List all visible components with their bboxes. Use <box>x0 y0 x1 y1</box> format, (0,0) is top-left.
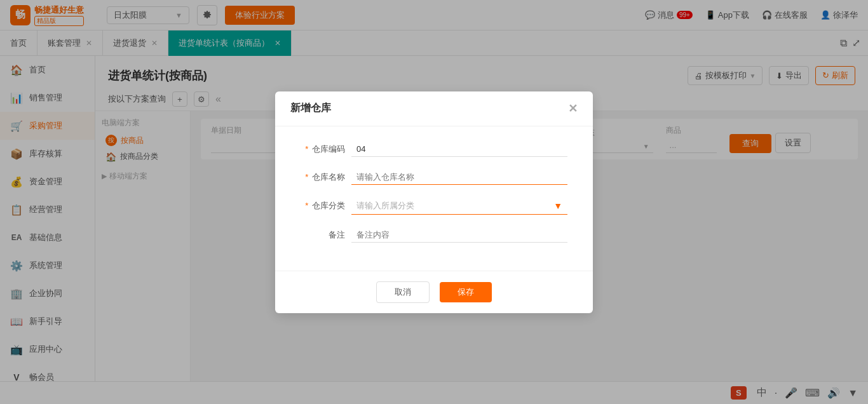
form-row-name: * 仓库名称 <box>301 170 567 185</box>
cancel-button[interactable]: 取消 <box>376 281 430 303</box>
code-label: * 仓库编码 <box>301 144 351 155</box>
modal-overlay: 新增仓库 ✕ * 仓库编码 * 仓库名称 <box>0 0 868 404</box>
name-required-star: * <box>305 172 308 182</box>
modal-title: 新增仓库 <box>290 102 331 115</box>
save-button[interactable]: 保存 <box>440 282 492 302</box>
code-required-star: * <box>305 144 308 154</box>
form-row-category: * 仓库分类 请输入所属分类 ▼ <box>301 198 567 215</box>
form-row-code: * 仓库编码 <box>301 142 567 157</box>
warehouse-remark-input[interactable] <box>351 227 567 243</box>
category-label: * 仓库分类 <box>301 200 351 212</box>
warehouse-category-select[interactable]: 请输入所属分类 ▼ <box>351 198 567 215</box>
modal-body: * 仓库编码 * 仓库名称 * 仓库分类 请输入所属 <box>275 126 593 271</box>
modal-close-button[interactable]: ✕ <box>568 102 578 116</box>
warehouse-name-input[interactable] <box>351 170 567 185</box>
form-row-remark: 备注 <box>301 227 567 243</box>
modal-footer: 取消 保存 <box>275 271 593 313</box>
remark-label: 备注 <box>301 229 351 241</box>
add-warehouse-modal: 新增仓库 ✕ * 仓库编码 * 仓库名称 <box>275 91 593 313</box>
name-label: * 仓库名称 <box>301 172 351 183</box>
category-required-star: * <box>305 201 308 210</box>
category-placeholder: 请输入所属分类 <box>356 200 414 212</box>
warehouse-code-input[interactable] <box>351 142 567 157</box>
modal-header: 新增仓库 ✕ <box>275 91 593 126</box>
category-chevron-icon: ▼ <box>553 201 562 211</box>
